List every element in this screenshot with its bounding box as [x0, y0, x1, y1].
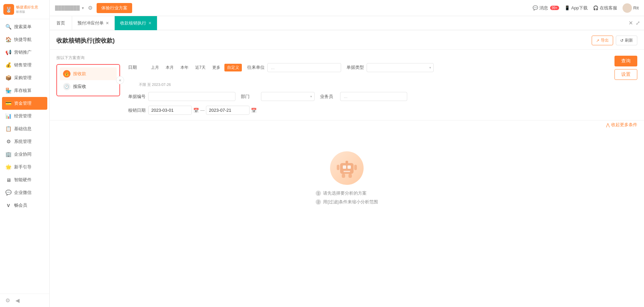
writeoff-start-input[interactable] [148, 106, 192, 115]
svg-rect-0 [340, 163, 354, 174]
export-button[interactable]: ↗ 导出 [592, 36, 613, 45]
sidebar-item-system[interactable]: ⚙ 系统管理 [0, 135, 49, 148]
docnumber-input[interactable] [148, 92, 235, 101]
date-label: 日期 [128, 64, 146, 70]
tab-collect[interactable]: 收款核销执行 ✕ [115, 16, 157, 30]
tab-collect-close[interactable]: ✕ [148, 16, 152, 30]
sidebar-item-wechat[interactable]: 💬 企业微信 [0, 186, 49, 199]
collapse-more-button[interactable]: ⋀ 收起更多条件 [50, 120, 644, 131]
tab-prepay[interactable]: 预付冲应付单 ✕ [72, 16, 115, 30]
sidebar-item-guide[interactable]: 🌟 新手引导 [0, 161, 49, 173]
topbar-right: 💬 消息 99+ 📱 App下载 🎧 在线客服 Rit [533, 3, 639, 13]
tab-home[interactable]: 首页 [50, 16, 72, 30]
sidebar-item-operations[interactable]: 📊 经营管理 [0, 110, 49, 122]
writeoff-start-cal-icon[interactable]: 📅 [193, 108, 199, 113]
app-icon: 📱 [565, 5, 570, 10]
sidebar-item-marketing[interactable]: 📢 营销推广 [0, 46, 49, 59]
sidebar: 🐰 畅捷通好生意 标准版 🔍 搜索菜单 🏠 快捷导航 📢 营销推广 💰 销售管理… [0, 0, 50, 307]
date-more[interactable]: 更多 [210, 64, 223, 71]
sidebar-item-inventory[interactable]: 🏪 库存核算 [0, 84, 49, 97]
message-badge: 99+ [550, 6, 559, 10]
svg-rect-7 [342, 174, 345, 178]
sidebar-item-label: 快捷导航 [14, 37, 32, 43]
settings-button[interactable]: 设置 [614, 69, 637, 80]
docnumber-label: 单据编号 [128, 94, 146, 100]
sidebar-item-base-info[interactable]: 📋 基础信息 [0, 122, 49, 135]
sidebar-item-capital[interactable]: 💳 资金管理 [2, 97, 47, 110]
sidebar-item-label: 营销推广 [14, 49, 32, 55]
tab-expand-icon[interactable]: ⤢ [636, 20, 640, 26]
sidebar-item-label: 资金管理 [14, 100, 32, 106]
filter-option-label: 按收款 [73, 71, 86, 77]
topbar-dropdown-arrow[interactable]: ▾ [82, 6, 84, 10]
operations-icon: 📊 [5, 113, 11, 119]
sidebar-item-quick-nav[interactable]: 🏠 快捷导航 [0, 33, 49, 46]
doctype-select-wrap: ▾ [367, 63, 434, 72]
salesperson-label: 业务员 [320, 94, 337, 100]
sidebar-item-purchase[interactable]: 📦 采购管理 [0, 71, 49, 84]
filter-row-1: 日期 上月 本月 本年 近7天 更多 自定义 往来单位 [128, 55, 637, 80]
tab-close-all-icon[interactable]: ✕ [629, 20, 633, 26]
query-button[interactable]: 查询 [614, 56, 637, 66]
sidebar-item-enterprise[interactable]: 🏢 企业协同 [0, 148, 49, 161]
sidebar-item-hardware[interactable]: 🖥 智能硬件 [0, 173, 49, 186]
department-select-wrap: ▾ [261, 92, 315, 101]
filter-collapse-button[interactable]: « [116, 76, 124, 84]
robot-svg [333, 155, 360, 182]
salesperson-field: 业务员 ... [320, 92, 407, 101]
writeoff-date-range: 📅 — 📅 [148, 106, 257, 115]
app-download-button[interactable]: 📱 App下载 [565, 5, 588, 11]
collapse-icon[interactable]: ◀ [15, 297, 19, 304]
date-dash: — [200, 108, 205, 113]
doctype-select[interactable] [367, 63, 434, 72]
sidebar-item-search-menu[interactable]: 🔍 搜索菜单 [0, 20, 49, 33]
writeoff-end-input[interactable] [206, 106, 250, 115]
filter-option-by-receipt[interactable]: 💰 按收款 [60, 67, 117, 80]
topbar-gear-icon[interactable]: ⚙ [88, 5, 93, 11]
sidebar-item-label: 经营管理 [14, 113, 32, 119]
filter-form: 日期 上月 本月 本年 近7天 更多 自定义 往来单位 [120, 55, 637, 115]
writeoff-end-cal-icon[interactable]: 📅 [251, 108, 257, 113]
tab-prepay-close[interactable]: ✕ [106, 16, 109, 30]
sidebar-item-sales[interactable]: 💰 销售管理 [0, 59, 49, 71]
customer-service-button[interactable]: 🎧 在线客服 [593, 5, 617, 11]
page-title: 收款核销执行(按收款) [56, 37, 115, 45]
sidebar-item-label: 新手引导 [14, 164, 32, 170]
filter-row-3: 核销日期 📅 — 📅 [128, 106, 637, 115]
wechat-icon: 💬 [5, 190, 11, 196]
date-7days[interactable]: 近7天 [193, 64, 208, 71]
sidebar-item-vip[interactable]: V 畅会员 [0, 199, 49, 212]
docnumber-field: 单据编号 [128, 92, 235, 101]
filter-options: 💰 按收款 🕐 按应收 « [56, 64, 120, 96]
filter-area: 按以下方案查询 💰 按收款 🕐 按应收 « [50, 50, 644, 120]
sidebar-item-label: 库存核算 [14, 88, 32, 94]
settings-icon[interactable]: ⚙ [5, 297, 10, 304]
topbar-brand-name: ████████ [55, 5, 80, 10]
department-select[interactable] [261, 92, 315, 101]
date-this-year[interactable]: 本年 [178, 64, 191, 71]
refresh-button[interactable]: ↺ 刷新 [616, 36, 637, 45]
content-area: 收款核销执行(按收款) ↗ 导出 ↺ 刷新 按以下方 [50, 30, 644, 307]
date-last-month[interactable]: 上月 [148, 64, 162, 71]
filter-option-label: 按应收 [73, 84, 86, 90]
logo-badge: 标准版 [16, 10, 38, 14]
avatar [623, 3, 632, 13]
department-field: 部门 ▾ [241, 92, 315, 101]
message-button[interactable]: 💬 消息 99+ [533, 5, 559, 11]
refresh-icon: ↺ [620, 38, 624, 43]
sidebar-nav: 🔍 搜索菜单 🏠 快捷导航 📢 营销推广 💰 销售管理 📦 采购管理 🏪 库存核… [0, 19, 49, 294]
date-custom-badge[interactable]: 自定义 [224, 64, 242, 71]
sidebar-logo: 🐰 畅捷通好生意 标准版 [0, 0, 49, 19]
username-label: Rit [633, 5, 639, 10]
industry-solution-button[interactable]: 体验行业方案 [97, 3, 132, 13]
app-download-label: App下载 [571, 5, 588, 11]
user-profile[interactable]: Rit [623, 3, 639, 13]
filter-row-2: 单据编号 部门 ▾ 业务员 [128, 92, 637, 101]
filter-option-by-receivable[interactable]: 🕐 按应收 [60, 80, 117, 93]
page-header: 收款核销执行(按收款) ↗ 导出 ↺ 刷新 [50, 30, 644, 50]
sidebar-item-label: 基础信息 [14, 126, 32, 132]
message-icon: 💬 [533, 5, 538, 10]
svg-rect-3 [343, 171, 350, 172]
date-this-month[interactable]: 本月 [163, 64, 176, 71]
sidebar-item-label: 企业协同 [14, 151, 32, 157]
